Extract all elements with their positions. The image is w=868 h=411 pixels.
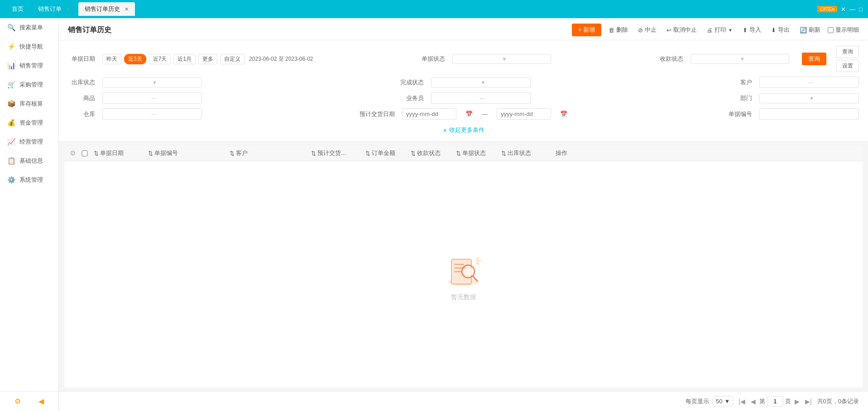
- customer-select[interactable]: ···: [759, 77, 859, 88]
- col-header-out[interactable]: ⇅ 出库状态: [501, 149, 556, 157]
- goods-select[interactable]: ···: [102, 92, 202, 104]
- col-header-delivery[interactable]: ⇅ 预计交货...: [311, 149, 365, 157]
- last-page-btn[interactable]: ▶|: [803, 397, 814, 406]
- col-header-date[interactable]: ⇅ 单据日期: [94, 149, 148, 157]
- close-sales-order-icon[interactable]: ✕: [66, 6, 70, 12]
- page-input[interactable]: [767, 396, 783, 406]
- query-button[interactable]: 查询: [836, 46, 859, 58]
- prev-page-btn[interactable]: ◀: [749, 397, 758, 406]
- sidebar-settings-btn[interactable]: ⚙: [14, 397, 21, 406]
- sidebar-item-finance[interactable]: 💰 资金管理: [0, 113, 58, 132]
- date-1month-btn[interactable]: 近1月: [173, 54, 196, 64]
- export-icon: ⬇: [771, 27, 776, 34]
- export-button[interactable]: ⬇ 导出: [768, 24, 792, 35]
- chevron-up-icon: ∧: [443, 127, 447, 134]
- sales-icon: 📊: [7, 62, 16, 70]
- filter-row-1: 单据日期 昨天 近3天 近7天 近1月 更多 自定义 2023-06-02 至 …: [68, 46, 859, 72]
- date-7days-btn[interactable]: 近7天: [149, 54, 171, 64]
- refresh-button[interactable]: 🔄 刷新: [797, 24, 823, 35]
- page-title: 销售订单历史: [68, 25, 111, 35]
- filter-row-2: 出库状态 ▼ 完成状态 ▼ 客户 ···: [68, 77, 859, 88]
- topbar-close-btn[interactable]: ✕: [841, 6, 846, 13]
- collapse-btn[interactable]: ∧ 收起更多条件: [68, 124, 859, 136]
- salesperson-select[interactable]: ···: [431, 92, 531, 104]
- delivery-start-cal-icon[interactable]: 📅: [465, 111, 473, 117]
- inventory-icon: 📦: [7, 100, 16, 108]
- print-button[interactable]: 🖨 打印 ▼: [704, 24, 735, 35]
- customer-dots-icon[interactable]: ···: [808, 79, 855, 86]
- delivery-end-input[interactable]: [497, 108, 551, 120]
- status-label: 单据状态: [418, 55, 445, 63]
- col-header-amount[interactable]: ⇅ 订单金额: [365, 149, 411, 157]
- import-button[interactable]: ⬆ 导入: [740, 24, 764, 35]
- sidebar-label-system: 系统管理: [19, 176, 43, 184]
- col-header-num[interactable]: ⇅ 单据编号: [148, 149, 230, 157]
- add-button[interactable]: + 新增: [572, 24, 601, 36]
- sidebar-item-purchase[interactable]: 🛒 采购管理: [0, 75, 58, 94]
- sidebar-item-quicknav[interactable]: ⚡ 快捷导航: [0, 37, 58, 56]
- toolbar: + 新增 🗑 删除 ⊘ 中止 ↩ 取消中止 🖨 打印 ▼: [572, 24, 859, 36]
- sidebar-item-search[interactable]: 🔍 搜索菜单: [0, 18, 58, 37]
- per-page-arrow-icon: ▼: [724, 398, 730, 405]
- show-detail-input[interactable]: [828, 27, 834, 33]
- sidebar-item-basic[interactable]: 📋 基础信息: [0, 151, 58, 170]
- sidebar-item-sales[interactable]: 📊 销售管理: [0, 56, 58, 75]
- sidebar-item-inventory[interactable]: 📦 库存核算: [0, 94, 58, 113]
- table-header: ⚙ ⇅ 单据日期 ⇅ 单据编号 ⇅ 客户 ⇅ 预计交货...: [64, 145, 863, 161]
- table-select-all[interactable]: [80, 150, 89, 156]
- search-button[interactable]: 查询: [802, 53, 826, 65]
- delivery-end-cal-icon[interactable]: 📅: [560, 111, 567, 117]
- goods-label: 商品: [68, 94, 95, 102]
- sidebar-item-operations[interactable]: 📈 经营管理: [0, 132, 58, 151]
- date-custom-btn[interactable]: 自定义: [220, 54, 245, 64]
- delete-icon: 🗑: [609, 27, 614, 34]
- sidebar-label-search: 搜索菜单: [19, 24, 43, 32]
- sidebar-item-system[interactable]: ⚙️ 系统管理: [0, 170, 58, 189]
- delete-button[interactable]: 🗑 删除: [606, 24, 631, 35]
- col-header-pay[interactable]: ⇅ 收款状态: [411, 149, 456, 157]
- customer-label: 客户: [725, 78, 752, 87]
- col-header-status[interactable]: ⇅ 单据状态: [456, 149, 501, 157]
- salesperson-dots-icon[interactable]: ···: [480, 95, 527, 102]
- sidebar-label-quicknav: 快捷导航: [19, 43, 43, 51]
- col-header-client[interactable]: ⇅ 客户: [230, 149, 311, 157]
- date-3days-btn[interactable]: 近3天: [124, 54, 146, 64]
- payment-select[interactable]: ▼: [691, 54, 789, 64]
- out-select[interactable]: ▼: [102, 77, 202, 87]
- search-icon: 🔍: [7, 24, 16, 32]
- warehouse-select[interactable]: ···: [102, 108, 202, 120]
- stop-button[interactable]: ⊘ 中止: [635, 24, 659, 35]
- col-out-label: 出库状态: [508, 149, 531, 157]
- close-sales-history-icon[interactable]: ✕: [125, 6, 129, 12]
- order-num-label: 单据编号: [725, 110, 752, 118]
- date-more-btn[interactable]: 更多: [198, 54, 217, 64]
- first-page-btn[interactable]: |◀: [737, 397, 747, 406]
- sidebar-collapse-btn[interactable]: ◀: [38, 397, 44, 406]
- svg-line-10: [476, 263, 479, 264]
- order-num-input[interactable]: [759, 108, 859, 120]
- topbar-minimize-btn[interactable]: —: [849, 6, 855, 13]
- quicknav-icon: ⚡: [7, 43, 16, 51]
- warehouse-dots-icon[interactable]: ···: [151, 111, 198, 117]
- per-page-select[interactable]: 50 ▼: [713, 396, 733, 406]
- dept-select[interactable]: ▼: [759, 93, 859, 103]
- show-detail-checkbox[interactable]: 显示明细: [828, 26, 859, 34]
- warehouse-label: 仓库: [68, 110, 95, 118]
- tab-sales-history[interactable]: 销售订单历史 ✕: [78, 2, 135, 16]
- sidebar-label-sales: 销售管理: [19, 62, 43, 70]
- main-layout: 🔍 搜索菜单 ⚡ 快捷导航 📊 销售管理 🛒 采购管理 📦 库存核算 💰 资金管…: [0, 18, 868, 411]
- delivery-start-input[interactable]: [402, 108, 456, 120]
- tab-sales-order[interactable]: 销售订单 ✕: [32, 2, 77, 16]
- goods-dots-icon[interactable]: ···: [151, 95, 198, 102]
- complete-select[interactable]: ▼: [431, 77, 531, 87]
- next-page-btn[interactable]: ▶: [793, 397, 801, 406]
- basic-icon: 📋: [7, 157, 16, 165]
- topbar-maximize-btn[interactable]: □: [859, 6, 863, 13]
- date-yesterday-btn[interactable]: 昨天: [102, 54, 121, 64]
- cancel-stop-button[interactable]: ↩ 取消中止: [664, 24, 700, 35]
- col-pay-sort-icon: ⇅: [411, 150, 416, 157]
- tab-home[interactable]: 首页: [5, 2, 30, 16]
- status-select[interactable]: ▼: [452, 54, 551, 64]
- table-settings-icon[interactable]: ⚙: [70, 149, 76, 157]
- settings-filter-btn[interactable]: 设置: [836, 60, 859, 72]
